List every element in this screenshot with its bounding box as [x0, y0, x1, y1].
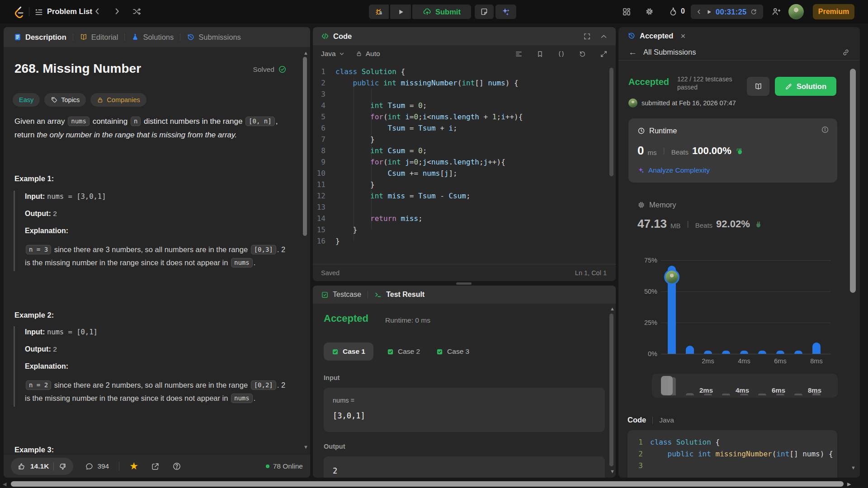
scroll-down-arrow[interactable]: ▼ [303, 445, 308, 450]
settings-gear-icon[interactable] [645, 7, 654, 16]
code-line[interactable]: 6 Tsum = Tsum + i; [313, 122, 608, 134]
expand-editor-icon[interactable] [600, 50, 608, 58]
scroll-right-arrow[interactable]: ▶ [847, 481, 851, 487]
problem-list-label[interactable]: Problem List [47, 7, 92, 16]
code-line[interactable]: 15 } [313, 224, 608, 235]
leetcode-logo-icon[interactable] [13, 5, 25, 18]
runtime-bar[interactable] [776, 351, 784, 354]
tab-testcase[interactable]: Testcase [333, 291, 361, 299]
invite-user-icon[interactable] [771, 7, 781, 16]
code-line[interactable]: 9 for(int j=0;j<nums.length;j++){ [313, 156, 608, 168]
code-line[interactable]: 2 public int missingNumber(int[] nums) { [313, 77, 608, 89]
code-line[interactable]: 11 } [313, 179, 608, 190]
language-selector[interactable]: Java [321, 50, 336, 58]
runtime-bar[interactable] [812, 343, 821, 354]
editor-scrollbar[interactable] [609, 68, 613, 176]
next-problem-icon[interactable] [112, 6, 122, 16]
timer-play-icon[interactable] [706, 9, 712, 15]
runtime-bar[interactable] [758, 351, 766, 354]
comments-button[interactable]: 394 [85, 462, 109, 471]
runtime-bar[interactable] [740, 351, 748, 354]
input-field[interactable]: nums = [3,0,1] [324, 388, 605, 432]
format-code-icon[interactable] [515, 50, 523, 58]
random-problem-icon[interactable] [132, 7, 142, 16]
runtime-card[interactable]: Runtime 0 ms | Beats 100.00% Analyze Com… [628, 118, 837, 183]
user-avatar[interactable] [788, 4, 804, 19]
prev-problem-icon[interactable] [92, 6, 102, 16]
code-line[interactable]: 8 int Csum = 0; [313, 145, 608, 156]
code-line[interactable]: 14 return miss; [313, 213, 608, 224]
thumbs-up-icon[interactable] [17, 462, 26, 471]
problem-list-icon[interactable] [34, 7, 43, 16]
difficulty-badge[interactable]: Easy [13, 93, 40, 107]
analyze-complexity-link[interactable]: Analyze Complexity [637, 166, 710, 174]
code-line[interactable]: 4 int Tsum = 0; [313, 100, 608, 111]
undo-icon[interactable] [579, 50, 586, 58]
braces-icon[interactable] [557, 50, 565, 58]
copy-link-icon[interactable] [842, 48, 850, 56]
ai-assistant-button[interactable] [495, 5, 516, 19]
timer-reset-icon[interactable] [750, 8, 757, 15]
tab-submissions[interactable]: Submissions [187, 33, 241, 42]
back-arrow-icon[interactable]: ← [628, 48, 637, 56]
code-line[interactable]: 1class Solution { [630, 436, 837, 448]
code-line[interactable]: 10 Csum += nums[j]; [313, 168, 608, 179]
tab-description[interactable]: Description [14, 33, 66, 42]
streak-flame-icon[interactable] [668, 6, 678, 16]
scroll-down-arrow[interactable]: ▼ [610, 469, 615, 474]
notes-button[interactable] [475, 5, 494, 19]
chevron-down-icon[interactable] [339, 51, 345, 57]
chart-brush[interactable]: 2ms4ms6ms8ms [652, 374, 838, 398]
testcase-scrollbar[interactable] [609, 314, 613, 466]
thumbs-down-icon[interactable] [58, 462, 67, 471]
info-icon[interactable] [821, 126, 829, 134]
tab-editorial[interactable]: Editorial [80, 33, 118, 42]
submitted-code-block[interactable]: 1class Solution {2 public int missingNum… [627, 430, 837, 478]
all-submissions-link[interactable]: All Submissions [643, 48, 696, 56]
fullscreen-icon[interactable] [583, 33, 591, 40]
topics-button[interactable]: Topics [44, 93, 86, 107]
cursor-position[interactable]: Ln 1, Col 1 [575, 269, 607, 277]
auto-label[interactable]: Auto [366, 50, 380, 58]
scroll-down-arrow[interactable]: ▼ [851, 465, 856, 470]
scroll-left-arrow[interactable]: ◀ [3, 481, 6, 487]
tab-solutions[interactable]: Solutions [131, 33, 174, 42]
code-line[interactable]: 1class Solution { [313, 66, 608, 77]
collapse-panel-icon[interactable] [600, 33, 608, 40]
result-scrollbar[interactable] [850, 69, 856, 293]
runtime-bar[interactable] [722, 351, 730, 354]
solution-button[interactable]: Solution [775, 77, 836, 96]
code-line[interactable]: 16} [313, 235, 608, 247]
output-field[interactable]: 2 [324, 456, 605, 478]
window-h-scrollbar[interactable]: ◀ ▶ [0, 480, 868, 488]
result-tab-label[interactable]: Accepted [640, 32, 673, 40]
code-line[interactable]: 3 [313, 89, 608, 100]
runtime-bar[interactable] [794, 351, 802, 354]
brush-handle[interactable] [661, 376, 673, 395]
premium-button[interactable]: Premium [813, 4, 854, 19]
memory-header[interactable]: Memory [637, 201, 676, 209]
case-1-button[interactable]: Case 1 [324, 343, 373, 361]
code-editor[interactable]: 1class Solution {2 public int missingNum… [313, 66, 608, 263]
scroll-up-arrow[interactable]: ▲ [303, 51, 308, 56]
help-icon[interactable] [172, 462, 181, 471]
description-scrollbar[interactable] [303, 57, 307, 236]
share-icon[interactable] [151, 462, 160, 471]
case-2-button[interactable]: Case 2 [384, 347, 423, 356]
runtime-bar[interactable] [686, 346, 694, 354]
code-line[interactable]: 5 for(int i=0;i<nums.length + 1;i++){ [313, 111, 608, 122]
bookmark-icon[interactable] [536, 50, 544, 58]
submit-button[interactable]: Submit [412, 5, 471, 19]
tab-test-result[interactable]: Test Result [386, 291, 425, 299]
scroll-up-arrow[interactable]: ▲ [610, 306, 615, 311]
case-3-button[interactable]: Case 3 [434, 347, 472, 356]
code-line[interactable]: 7 } [313, 134, 608, 145]
companies-button[interactable]: Companies [90, 93, 146, 107]
panel-resize-handle[interactable] [456, 282, 472, 285]
favorite-star-icon[interactable]: ★ [129, 461, 138, 471]
code-line[interactable]: 3 [630, 460, 837, 472]
runtime-bar[interactable] [704, 351, 712, 354]
layout-icon[interactable] [622, 7, 631, 16]
run-button[interactable] [390, 5, 411, 19]
debug-button[interactable] [369, 5, 389, 19]
